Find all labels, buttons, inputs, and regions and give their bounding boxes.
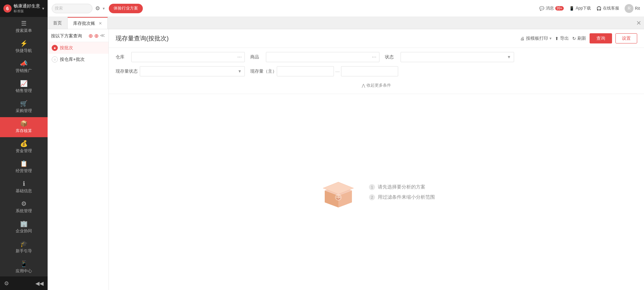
topbar-right: 💬 消息 99+ 📱 App下载 🎧 在线客服 R Rit [539,4,640,13]
sidebar-item-basic-info[interactable]: ℹ 基础信息 [0,177,48,197]
online-service-btn[interactable]: 🎧 在线客服 [596,5,619,11]
sidebar-item-label-search: 搜索菜单 [16,28,32,34]
warehouse-dots-icon[interactable]: ··· [237,54,242,60]
collapse-sidebar-icon[interactable]: ◀◀ [35,280,44,287]
collapse-scheme-icon[interactable]: ≪ [100,33,105,39]
user-name: Rit [635,6,640,11]
scheme-header-label: 按以下方案查询 [51,33,82,39]
sidebar-item-label-app-center: 应用中心 [16,268,32,274]
main-area: 搜索 ⚙ ▾ 体验行业方案 💬 消息 99+ 📱 App下载 🎧 在线客服 R [48,0,644,290]
tab-close-icon[interactable]: ✕ [99,21,102,26]
status-chevron-icon: ▼ [507,55,511,59]
filter-product: 商品 ··· [250,52,379,62]
range-separator: — [335,69,340,74]
sidebar-item-label-purchase: 采购管理 [16,108,32,114]
sidebar-item-inventory[interactable]: 📦 库存核算 [0,117,48,137]
app-download-label: App下载 [576,5,591,11]
refresh-icon: ↻ [572,36,576,41]
stock-amount-to[interactable] [341,66,398,76]
stock-amount-from[interactable] [277,66,334,76]
scheme-item-batch[interactable]: ● 按批次 [48,42,108,54]
message-btn[interactable]: 💬 消息 99+ [539,5,564,11]
sidebar-item-label-inventory: 库存核算 [16,128,32,134]
sidebar-item-system[interactable]: ⚙ 系统管理 [0,197,48,217]
sidebar-item-finance[interactable]: 💰 资金管理 [0,137,48,157]
query-button[interactable]: 查询 [590,33,612,43]
stock-status-select[interactable]: ▼ [140,66,245,76]
sidebar-item-marketing[interactable]: 📣 营销推广 [0,57,48,77]
product-input-box[interactable]: ··· [266,52,379,62]
system-icon: ⚙ [21,201,27,207]
sidebar-item-sales[interactable]: 📈 销售管理 [0,77,48,97]
collapse-label: 收起更多条件 [367,83,391,88]
product-dots-icon[interactable]: ··· [372,54,376,60]
tabbar-right: ✕ [636,17,644,29]
user-avatar[interactable]: R Rit [625,4,640,13]
scheme-panel: 按以下方案查询 ⊕ ⊕ ≪ ● 按批次 ○ 按仓库+批次 [48,29,109,290]
search-placeholder: 搜索 [55,5,63,11]
online-service-label: 在线客服 [603,5,619,11]
scheme-settings-icon[interactable]: ⊕ [94,33,99,39]
stock-status-chevron-icon: ▼ [238,69,242,74]
scheme-header: 按以下方案查询 ⊕ ⊕ ≪ [48,29,108,42]
status-select[interactable]: ▼ [401,52,514,62]
tab-home-label: 首页 [53,20,62,26]
tab-home[interactable]: 首页 [48,17,68,29]
product-input[interactable] [269,55,371,59]
sidebar-header: 6 畅康通好生意 标准版 ▾ [0,0,48,17]
print-dropdown-icon[interactable]: ▾ [549,36,552,41]
sidebar-item-app-center[interactable]: 📱 应用中心 [0,257,48,276]
message-badge: 99+ [555,6,564,11]
export-label: 导出 [560,35,569,41]
topbar-search-box[interactable]: 搜索 [52,4,92,13]
filter-stock-status: 现存量状态 ▼ [116,66,245,76]
app-download-btn[interactable]: 📱 App下载 [569,5,591,11]
industry-trial-button[interactable]: 体验行业方案 [109,4,143,13]
hint-num-1: 1 [369,184,375,190]
sidebar-item-label-basic-info: 基础信息 [16,188,32,194]
print-template-btn[interactable]: 🖨 按模板打印 ▾ [520,35,552,41]
sidebar-item-quick-nav[interactable]: ⚡ 快捷导航 [0,37,48,57]
sidebar-item-enterprise[interactable]: 🏢 企业协同 [0,217,48,237]
topbar: 搜索 ⚙ ▾ 体验行业方案 💬 消息 99+ 📱 App下载 🎧 在线客服 R [48,0,644,17]
topbar-dropdown-icon[interactable]: ▾ [42,6,44,11]
enterprise-icon: 🏢 [20,221,28,227]
add-scheme-icon[interactable]: ⊕ [88,33,93,39]
warehouse-input[interactable] [134,55,236,59]
scheme-item-batch-label: 按批次 [60,45,73,51]
collapse-bar[interactable]: ⋀ 收起更多条件 [116,80,637,90]
refresh-btn[interactable]: ↻ 刷新 [572,35,586,41]
filter-warehouse: 仓库 ··· [116,52,245,62]
sidebar-bottom: ⚙ ◀◀ [0,276,48,290]
scheme-item-warehouse-batch[interactable]: ○ 按仓库+批次 [48,54,108,65]
app-center-icon: 📱 [20,261,28,267]
right-content: 现存量查询(按批次) 🖨 按模板打印 ▾ ⬆ 导出 ↻ 刷新 [109,29,644,290]
sidebar-item-purchase[interactable]: 🛒 采购管理 [0,97,48,117]
svg-point-6 [339,196,340,197]
sidebar-item-operation[interactable]: 📋 经营管理 [0,157,48,177]
operation-icon: 📋 [20,161,28,167]
sidebar-item-search[interactable]: ☰ 搜索菜单 [0,17,48,37]
collapse-icon: ⋀ [362,83,365,88]
filter-stock-amount: 现存量（主） — [250,66,379,76]
tabbar: 首页 库存批次账 ✕ ✕ [48,17,644,29]
tab-close-all-icon[interactable]: ✕ [636,19,641,27]
empty-illustration [318,172,359,213]
title-right-actions: 🖨 按模板打印 ▾ ⬆ 导出 ↻ 刷新 查询 设置 [520,33,637,43]
sidebar-item-newbie[interactable]: 🎓 新手引导 [0,237,48,257]
sidebar-item-label-enterprise: 企业协同 [16,228,32,234]
filter-row-1: 仓库 ··· 商品 ··· 状态 [116,52,637,62]
dropdown-arrow-icon[interactable]: ▾ [103,6,105,11]
warehouse-input-box[interactable]: ··· [131,52,245,62]
export-btn[interactable]: ⬆ 导出 [555,35,569,41]
settings-icon[interactable]: ⚙ [4,280,9,287]
marketing-icon: 📣 [20,60,28,67]
settings-gear-icon[interactable]: ⚙ [95,5,100,12]
svg-point-4 [335,194,342,201]
settings-button[interactable]: 设置 [615,33,637,43]
export-icon: ⬆ [555,36,559,41]
app-subtitle: 标准版 [14,9,40,14]
tab-inventory-batch[interactable]: 库存批次账 ✕ [68,17,108,29]
search-menu-icon: ☰ [21,20,27,26]
app-download-icon: 📱 [569,6,574,11]
